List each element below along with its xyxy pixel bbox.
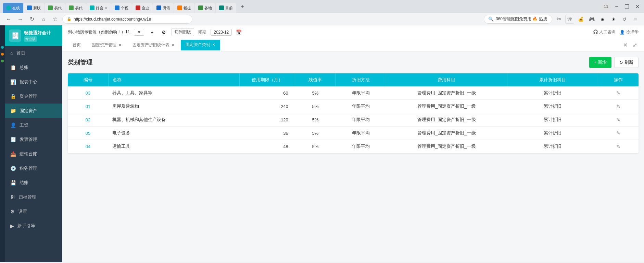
cell-accumulated-1: 累计折旧 xyxy=(507,100,598,113)
tab-window-expand[interactable]: ⤢ xyxy=(631,41,639,49)
cell-code-2[interactable]: 02 xyxy=(68,113,108,127)
cell-code-0[interactable]: 03 xyxy=(68,86,108,100)
sidebar-item-settings[interactable]: ⚙ 设置 xyxy=(5,204,62,219)
edit-icon-3[interactable]: ✎ xyxy=(616,130,620,136)
sidebar-item-reports[interactable]: 📊 报表中心 xyxy=(5,75,62,89)
sidebar-item-funds[interactable]: 🔒 资金管理 xyxy=(5,89,62,104)
sidebar-item-salary[interactable]: 👤 工资 xyxy=(5,118,62,132)
url-bar[interactable]: 🔒 https://cloud.chanjet.com/accounting/u… xyxy=(62,15,192,24)
scissor-icon[interactable]: ✂ xyxy=(554,15,563,24)
sidebar-item-closing[interactable]: 💾 结账 xyxy=(5,176,62,190)
user-profile[interactable]: 👤 徐泽华 xyxy=(620,29,639,35)
tab-asset-mgmt[interactable]: 固定资产管理 ✕ xyxy=(87,40,126,50)
cell-period-4: 48 xyxy=(240,140,295,153)
cell-action-1[interactable]: ✎ xyxy=(598,100,639,113)
th-action: 操作 xyxy=(598,73,639,86)
cell-code-3[interactable]: 05 xyxy=(68,127,108,140)
sidebar-item-fixed-assets[interactable]: 📁 固定资产 xyxy=(5,104,62,118)
headset-icon: 🎧 xyxy=(593,29,598,34)
sidebar-logo: 🧾 畅捷通好会计 专业版 xyxy=(5,25,62,46)
cell-code-4[interactable]: 04 xyxy=(68,140,108,153)
sidebar: 🧾 畅捷通好会计 专业版 ⌂ 首页 📋 总账 📊 报表中心 🔒 资金管理 xyxy=(5,25,62,262)
browser-tab-close[interactable]: ✕ xyxy=(105,6,108,10)
add-category-button[interactable]: + 新增 xyxy=(589,57,611,68)
browser-tab-gedi[interactable]: 各地 xyxy=(195,3,215,13)
sidebar-nav: ⌂ 首页 📋 总账 📊 报表中心 🔒 资金管理 📁 固定资产 👤 工资 xyxy=(5,46,62,262)
table-row: 04 运输工具 48 5% 年限平均 管理费用_固定资产折旧_一级 累计折旧 ✎ xyxy=(68,140,639,153)
undo-button[interactable]: ↺ xyxy=(620,15,629,24)
search-text: 360智能抠图免费用 🔥 热搜 xyxy=(496,16,547,22)
sidebar-item-guide[interactable]: ▶ 新手引导 xyxy=(5,219,62,233)
cell-expense-3: 管理费用_固定资产折旧_一级 xyxy=(386,127,507,140)
edit-icon-0[interactable]: ✎ xyxy=(616,90,620,96)
cell-residual-3: 5% xyxy=(295,127,336,140)
tab-asset-mgmt-close[interactable]: ✕ xyxy=(118,43,122,47)
sidebar-item-invoice[interactable]: 🧾 发票管理 xyxy=(5,132,62,147)
search-bar[interactable]: 🔍 360智能抠图免费用 🔥 热搜 xyxy=(484,15,552,24)
consult-link[interactable]: 🎧 人工咨询 xyxy=(593,29,616,35)
cell-action-0[interactable]: ✎ xyxy=(598,86,639,100)
sidebar-item-archive[interactable]: 🗄 归档管理 xyxy=(5,190,62,204)
sidebar-item-label: 进销台账 xyxy=(20,151,37,157)
back-button[interactable]: ← xyxy=(4,15,13,24)
add-entry-button[interactable]: + xyxy=(148,28,156,36)
browser-tab-tax[interactable]: 个税 xyxy=(111,3,132,13)
browser-tab-current[interactable]: 目前 xyxy=(216,3,236,13)
new-tab-button[interactable]: + xyxy=(238,2,247,11)
cell-period-3: 36 xyxy=(240,127,295,140)
minimize-button[interactable]: − xyxy=(613,2,621,11)
settings-gear-button[interactable]: ⚙ xyxy=(160,28,167,36)
sidebar-item-label: 首页 xyxy=(16,50,25,56)
translate-button[interactable]: 译 xyxy=(565,15,574,24)
sidebar-item-tax[interactable]: 💿 税务管理 xyxy=(5,161,62,176)
sidebar-item-home[interactable]: ⌂ 首页 xyxy=(5,46,62,60)
close-button[interactable]: ✕ xyxy=(633,2,641,11)
cell-action-4[interactable]: ✎ xyxy=(598,140,639,153)
browser-tab-enterprise[interactable]: 企业 xyxy=(132,3,153,13)
browser-tab-online[interactable]: 在线 xyxy=(3,3,23,13)
left-edge-bar xyxy=(0,25,5,262)
cell-action-2[interactable]: ✎ xyxy=(598,113,639,127)
cell-name-4: 运输工具 xyxy=(108,140,240,153)
edit-icon-2[interactable]: ✎ xyxy=(616,117,620,122)
restore-button[interactable]: ❐ xyxy=(623,2,631,11)
reload-button[interactable]: ↻ xyxy=(27,15,36,24)
browser-tab-changti[interactable]: 畅提 xyxy=(174,3,194,13)
period-value: 2023-12 xyxy=(211,29,232,36)
grid-button[interactable]: ⊞ xyxy=(598,15,607,24)
edit-icon-4[interactable]: ✎ xyxy=(616,144,620,149)
tab-asset-depreciation-close[interactable]: ✕ xyxy=(172,43,175,47)
url-display: https://cloud.chanjet.com/accounting/uw1… xyxy=(74,17,151,22)
forward-button[interactable]: → xyxy=(16,15,25,24)
tab-asset-depreciation[interactable]: 固定资产折旧统计表 ✕ xyxy=(128,40,179,50)
table-row: 01 房屋及建筑物 240 5% 年限平均 管理费用_固定资产折旧_一级 累计折… xyxy=(68,100,639,113)
switch-old-version-btn[interactable]: 切到旧版 xyxy=(172,28,194,36)
edit-icon-1[interactable]: ✎ xyxy=(616,104,620,109)
menu-button[interactable]: ≡ xyxy=(631,15,640,24)
cell-action-3[interactable]: ✎ xyxy=(598,127,639,140)
refresh-button[interactable]: ↻ 刷新 xyxy=(614,57,639,68)
tab-asset-category-close[interactable]: ✕ xyxy=(212,43,215,47)
tab-asset-category[interactable]: 固定资产类别 ✕ xyxy=(181,40,220,50)
sidebar-item-ledger[interactable]: 📋 总账 xyxy=(5,60,62,75)
tab-home[interactable]: 首页 xyxy=(68,40,86,50)
browser-tab-haohui[interactable]: 好会 ✕ xyxy=(86,3,111,13)
browser-tab-yidai1[interactable]: 易代 xyxy=(45,3,65,13)
cell-code-1[interactable]: 01 xyxy=(68,100,108,113)
calendar-icon[interactable]: 📅 xyxy=(236,29,242,35)
home-nav-button[interactable]: ⌂ xyxy=(39,15,48,24)
wallet-button[interactable]: 💰 xyxy=(576,15,585,24)
bookmark-button[interactable]: ☆ xyxy=(51,15,60,24)
game-button[interactable]: 🎮 xyxy=(587,15,596,24)
browser-tab-new[interactable]: 新版 xyxy=(24,3,44,13)
browser-tab-yidai2[interactable]: 易代 xyxy=(65,3,86,13)
th-residual: 残值率 xyxy=(295,73,336,86)
sun-button[interactable]: ☀ xyxy=(609,15,618,24)
user-avatar-icon: 👤 xyxy=(620,30,625,35)
sidebar-item-purchase-sales[interactable]: 📥 进销台账 xyxy=(5,147,62,161)
browser-tab-tencent[interactable]: 腾讯 xyxy=(153,3,174,13)
expand-button[interactable]: ▼ xyxy=(134,29,144,36)
cell-accumulated-2: 累计折旧 xyxy=(507,113,598,127)
tab-window-close[interactable]: ✕ xyxy=(621,41,629,49)
guide-icon: ▶ xyxy=(10,223,14,229)
